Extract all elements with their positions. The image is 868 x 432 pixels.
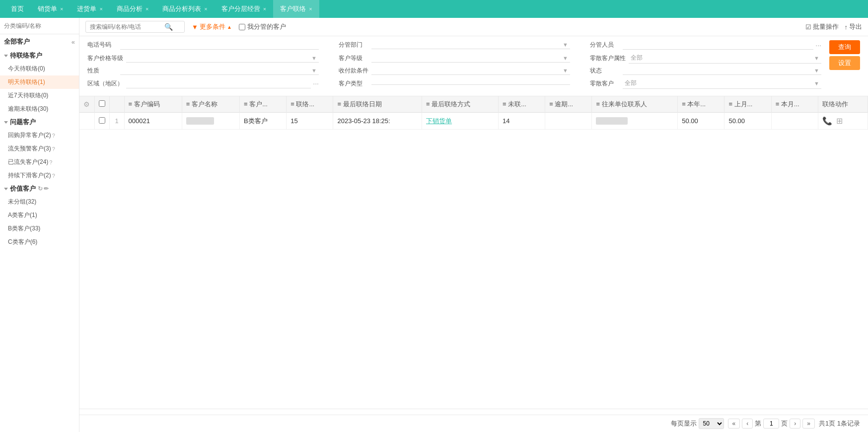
all-customers-header[interactable]: 全部客户 « bbox=[0, 34, 79, 49]
row-checkbox[interactable] bbox=[99, 117, 105, 124]
select-all-checkbox[interactable] bbox=[99, 100, 105, 107]
status-field: 状态 ▼ bbox=[590, 67, 821, 75]
th-this-year[interactable]: ≡ 本年... bbox=[678, 96, 724, 113]
close-purchase-order-icon[interactable]: × bbox=[99, 6, 102, 12]
sidebar-item-ungrouped[interactable]: 未分组(32) bbox=[0, 195, 79, 209]
nav-customer-contact[interactable]: 客户联络 × bbox=[273, 0, 319, 18]
phone-input[interactable] bbox=[120, 40, 319, 50]
problem-customers-label: 问题客户 bbox=[10, 118, 36, 127]
th-unit-contact[interactable]: ≡ 往来单位联系人 bbox=[592, 96, 678, 113]
th-this-month[interactable]: ≡ 本月... bbox=[771, 96, 818, 113]
more-conditions-chevron-icon: ▲ bbox=[227, 24, 232, 30]
prev-page-button[interactable]: ‹ bbox=[742, 419, 753, 429]
pending-contact-group[interactable]: 待联络客户 bbox=[0, 49, 79, 62]
horizontal-scrollbar[interactable] bbox=[79, 409, 868, 415]
sidebar-search-area: 🔍 bbox=[0, 18, 79, 34]
manager-dots-icon[interactable]: ··· bbox=[815, 41, 821, 49]
query-button[interactable]: 查询 bbox=[829, 40, 860, 54]
settings-button[interactable]: 设置 bbox=[829, 56, 860, 70]
sidebar: 🔍 全部客户 « 待联络客户 今天待联络(0) 明天待联络(1) 近7天待联络(… bbox=[0, 18, 79, 432]
th-last-contact-method[interactable]: ≡ 最后联络方式 bbox=[422, 96, 499, 113]
customer-tier-select[interactable]: ▼ bbox=[371, 54, 570, 63]
th-customer-type[interactable]: ≡ 客户... bbox=[239, 96, 286, 113]
my-customers-checkbox[interactable] bbox=[239, 24, 245, 30]
region-dots-icon[interactable]: ··· bbox=[313, 79, 319, 87]
last-page-button[interactable]: » bbox=[802, 419, 815, 429]
row-num: 1 bbox=[109, 113, 124, 130]
value-customers-refresh-icon[interactable]: ↻ bbox=[38, 185, 43, 192]
column-settings-icon[interactable]: ⚙ bbox=[83, 100, 90, 108]
first-page-button[interactable]: « bbox=[728, 419, 740, 429]
th-last-month[interactable]: ≡ 上月... bbox=[724, 96, 771, 113]
close-customer-contact-icon[interactable]: × bbox=[309, 6, 312, 12]
th-contact[interactable]: ≡ 联络... bbox=[287, 96, 333, 113]
row-phone-action-icon[interactable]: 📞 bbox=[822, 116, 832, 126]
nav-product-analysis[interactable]: 商品分析 × bbox=[110, 0, 155, 18]
sidebar-item-continuous-decline[interactable]: 持续下滑客户(2) ? bbox=[0, 169, 79, 182]
sidebar-item-lost[interactable]: 已流失客户(24) ? bbox=[0, 155, 79, 169]
th-code[interactable]: ≡ 客户编码 bbox=[124, 96, 182, 113]
close-product-analysis-icon[interactable]: × bbox=[145, 6, 148, 12]
dept-select[interactable]: ▼ bbox=[371, 41, 570, 49]
close-sales-order-icon[interactable]: × bbox=[60, 6, 63, 12]
nav-purchase-order[interactable]: 进货单 × bbox=[70, 0, 109, 18]
more-conditions-button[interactable]: ▼ 更多条件 ▲ bbox=[189, 21, 235, 33]
region-input[interactable] bbox=[126, 79, 311, 88]
row-grid-action-icon[interactable]: ⊞ bbox=[836, 116, 843, 126]
search-input[interactable] bbox=[90, 23, 164, 30]
filter-fields-column: 电话号码 分管部门 ▼ 分管人员 bbox=[87, 40, 821, 92]
close-product-analysis-list-icon[interactable]: × bbox=[204, 6, 207, 12]
customer-type-select[interactable] bbox=[371, 82, 570, 85]
nav-sales-order[interactable]: 销货单 × bbox=[31, 0, 70, 18]
payment-select[interactable]: ▼ bbox=[371, 67, 570, 75]
nav-product-analysis-list[interactable]: 商品分析列表 × bbox=[155, 0, 214, 18]
pending-contact-label: 待联络客户 bbox=[10, 51, 42, 60]
nav-home[interactable]: 首页 bbox=[4, 0, 31, 18]
sidebar-item-class-b[interactable]: B类客户(33) bbox=[0, 222, 79, 235]
sidebar-item-class-a[interactable]: A类客户(1) bbox=[0, 209, 79, 222]
sidebar-item-tomorrow[interactable]: 明天待联络(1) bbox=[0, 75, 79, 89]
value-customers-edit-icon[interactable]: ✏ bbox=[44, 185, 49, 192]
gender-field: 性质 ▼ bbox=[87, 67, 319, 75]
sidebar-item-week7[interactable]: 近7天待联络(0) bbox=[0, 89, 79, 102]
sidebar-item-repurchase-abnormal[interactable]: 回购异常客户(2) ? bbox=[0, 129, 79, 142]
row-settings-cell bbox=[79, 113, 94, 130]
sidebar-search-input[interactable] bbox=[4, 22, 78, 29]
bulk-action-button[interactable]: ☑ 批量操作 bbox=[805, 22, 839, 31]
th-settings[interactable]: ⚙ bbox=[79, 96, 94, 113]
th-not-contact[interactable]: ≡ 未联... bbox=[498, 96, 545, 113]
status-select[interactable]: ▼ bbox=[623, 67, 821, 75]
next-page-button[interactable]: › bbox=[790, 419, 800, 429]
manager-field: 分管人员 ··· bbox=[590, 40, 821, 50]
close-customer-tier-icon[interactable]: × bbox=[263, 6, 266, 12]
my-customers-checkbox-label[interactable]: 我分管的客户 bbox=[239, 22, 286, 31]
problem-customers-group[interactable]: 问题客户 bbox=[0, 116, 79, 129]
customer-tier-select-arrow-icon: ▼ bbox=[563, 55, 568, 61]
nav-customer-tier[interactable]: 客户分层经营 × bbox=[215, 0, 273, 18]
manager-input[interactable] bbox=[623, 40, 813, 50]
th-num bbox=[109, 96, 124, 113]
th-overdue[interactable]: ≡ 逾期... bbox=[545, 96, 592, 113]
sidebar-item-class-c[interactable]: C类客户(6) bbox=[0, 235, 79, 249]
sidebar-item-overdue[interactable]: 逾期未联络(30) bbox=[0, 102, 79, 116]
per-page-select[interactable]: 50 100 200 bbox=[699, 418, 724, 429]
page-label: 第 bbox=[755, 419, 761, 428]
last-contact-method-link[interactable]: 下销货单 bbox=[426, 117, 452, 125]
per-page-label: 每页显示 bbox=[671, 419, 697, 428]
row-this-year: 50.00 bbox=[678, 113, 724, 130]
sidebar-item-lost-risk[interactable]: 流失预警客户(3) ? bbox=[0, 142, 79, 155]
retail-customer-select[interactable]: 全部 ▼ bbox=[623, 78, 821, 89]
search-submit-icon[interactable]: 🔍 bbox=[164, 23, 173, 31]
retail-attr-select[interactable]: 全部 ▼ bbox=[629, 53, 821, 64]
th-name[interactable]: ≡ 客户名称 bbox=[182, 96, 239, 113]
page-number-input[interactable] bbox=[763, 419, 779, 429]
th-last-contact-date[interactable]: ≡ 最后联络日期 bbox=[333, 96, 422, 113]
top-navigation: 首页 销货单 × 进货单 × 商品分析 × 商品分析列表 × 客户分层经营 × … bbox=[0, 0, 868, 18]
retail-attr-select-arrow-icon: ▼ bbox=[814, 55, 819, 61]
export-button[interactable]: ↑ 导出 bbox=[845, 22, 863, 31]
filter-row-3: 性质 ▼ 收付款条件 ▼ bbox=[87, 67, 821, 75]
value-customers-group[interactable]: 价值客户 ↻ ✏ bbox=[0, 182, 79, 195]
sidebar-item-today[interactable]: 今天待联络(0) bbox=[0, 62, 79, 75]
gender-select[interactable]: ▼ bbox=[120, 67, 319, 75]
price-tier-select[interactable]: ▼ bbox=[126, 54, 319, 63]
